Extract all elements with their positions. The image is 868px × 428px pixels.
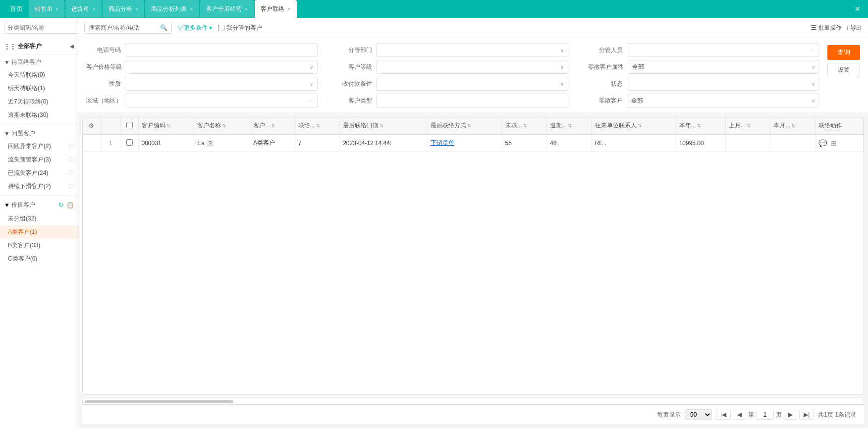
batch-op-btn[interactable]: ☰ 批量操作 bbox=[811, 24, 842, 32]
export-btn[interactable]: ↓ 导出 bbox=[846, 24, 862, 32]
window-close-button[interactable]: × bbox=[851, 4, 864, 14]
query-button[interactable]: 查询 bbox=[827, 45, 860, 60]
close-icon[interactable]: × bbox=[190, 6, 193, 12]
nav-tab-purchase[interactable]: 进货单 × bbox=[65, 0, 101, 18]
row-no-contact-value: 55 bbox=[505, 140, 512, 147]
unclassified-label: 未分组(32) bbox=[8, 214, 36, 223]
export-label: 导出 bbox=[850, 24, 862, 32]
retail-input[interactable]: 全部 ∨ bbox=[627, 94, 819, 107]
page-input[interactable] bbox=[756, 410, 774, 420]
nav-tab-customer-contact[interactable]: 客户联络 × bbox=[255, 0, 296, 18]
sidebar-item-class-c[interactable]: C类客户(6) bbox=[0, 252, 78, 266]
nav-tab-sales[interactable]: 销售单 × bbox=[29, 0, 64, 18]
nav-tab-analysis-list[interactable]: 商品分析列表 × bbox=[145, 0, 199, 18]
payment-input[interactable]: ∨ bbox=[376, 77, 569, 91]
sidebar-item-churn-warning[interactable]: 流失预警客户(3) ⓘ bbox=[0, 153, 78, 166]
dept-input[interactable]: ∨ bbox=[376, 43, 569, 57]
th-no-contact-label: 未联... bbox=[505, 121, 522, 130]
row-checkbox[interactable] bbox=[126, 139, 133, 146]
sidebar-search-input[interactable] bbox=[4, 22, 78, 34]
status-input[interactable]: ∨ bbox=[627, 77, 819, 91]
qr-icon[interactable]: ⊞ bbox=[831, 139, 837, 147]
region-input[interactable]: ··· bbox=[126, 94, 318, 107]
class-a-label: A类客户(1) bbox=[8, 228, 37, 236]
info-icon: ⓘ bbox=[68, 143, 74, 150]
sidebar-divider-1 bbox=[0, 124, 78, 124]
close-icon[interactable]: × bbox=[245, 6, 248, 12]
th-last-date: 最后联络日期 ⇅ bbox=[340, 117, 427, 134]
sort-icon-contact: ⇅ bbox=[316, 123, 320, 128]
nav-tab-analysis[interactable]: 商品分析 × bbox=[103, 0, 144, 18]
nav-tab-customer-tier[interactable]: 客户分层经营 × bbox=[200, 0, 254, 18]
nav-home[interactable]: 首页 bbox=[4, 4, 29, 13]
triangle-icon: ▼ bbox=[4, 59, 10, 66]
last-page-btn[interactable]: ▶| bbox=[799, 410, 814, 420]
horizontal-scrollbar[interactable] bbox=[85, 400, 233, 403]
filter-more-btn[interactable]: ▽ 更多条件 ▾ bbox=[178, 24, 212, 32]
phone-input[interactable] bbox=[125, 43, 318, 57]
th-code-label: 客户编码 bbox=[142, 121, 165, 130]
th-this-year: 本年... ⇅ bbox=[676, 117, 725, 134]
class-c-label: C类客户(6) bbox=[8, 255, 37, 263]
search-icon[interactable]: 🔍 bbox=[160, 24, 167, 31]
close-icon[interactable]: × bbox=[92, 6, 95, 12]
close-icon[interactable]: × bbox=[55, 6, 58, 12]
my-customers-label: 我分管的客户 bbox=[226, 24, 262, 32]
sidebar-search-area: 🔍 bbox=[0, 18, 78, 38]
sidebar-divider-2 bbox=[0, 195, 78, 196]
row-index-value: 1 bbox=[109, 140, 112, 147]
th-unit-contact-label: 往来单位联系人 bbox=[595, 121, 637, 130]
prev-page-btn[interactable]: ◀ bbox=[733, 410, 746, 420]
person-input[interactable]: ··· bbox=[627, 43, 819, 57]
collapse-icon[interactable]: ◀ bbox=[70, 44, 74, 49]
row-last-method-value[interactable]: 下销货单 bbox=[431, 139, 454, 146]
row-this-year-value: 10995.00 bbox=[679, 140, 704, 147]
search-input[interactable] bbox=[89, 24, 158, 31]
refresh-icon[interactable]: ↻ bbox=[58, 202, 63, 209]
sidebar-item-tomorrow-label: 明天待联络(1) bbox=[8, 84, 45, 93]
sidebar-item-churned[interactable]: 已流失客户(24) ⓘ bbox=[0, 166, 78, 180]
row-index: 1 bbox=[101, 134, 120, 152]
chat-icon[interactable]: 💬 bbox=[818, 139, 827, 147]
dots-icon-person[interactable]: ··· bbox=[810, 47, 815, 54]
select-all-checkbox[interactable] bbox=[126, 122, 133, 128]
filter-more-label: 更多条件 bbox=[184, 24, 208, 32]
sidebar-item-tomorrow-pending[interactable]: 明天待联络(1) bbox=[0, 82, 78, 95]
grid-icon: ⋮⋮ bbox=[4, 43, 16, 50]
sidebar-item-7day-pending[interactable]: 近7天待联络(0) bbox=[0, 95, 78, 108]
dots-icon-region[interactable]: ··· bbox=[308, 97, 313, 104]
sidebar-item-class-b[interactable]: B类客户(33) bbox=[0, 239, 78, 252]
filter-action-buttons: 查询 设置 bbox=[827, 43, 860, 77]
my-customers-checkbox[interactable] bbox=[218, 25, 224, 31]
gear-icon[interactable]: ⚙ bbox=[89, 122, 94, 129]
close-icon[interactable]: × bbox=[287, 6, 290, 12]
sidebar-item-unclassified[interactable]: 未分组(32) bbox=[0, 212, 78, 225]
sidebar-item-declining[interactable]: 持续下滑客户(2) ⓘ bbox=[0, 180, 78, 193]
sidebar-item-repurchase-abnormal[interactable]: 回购异常客户(2) ⓘ bbox=[0, 140, 78, 153]
next-page-btn[interactable]: ▶ bbox=[784, 410, 797, 420]
nature-input[interactable]: ∨ bbox=[125, 77, 318, 91]
sidebar-item-overdue-pending[interactable]: 逾期未联络(30) bbox=[0, 108, 78, 122]
customer-tier-label: 客户等级 bbox=[337, 63, 372, 71]
row-name: Ea ? bbox=[194, 134, 250, 152]
top-nav: 首页 销售单 × 进货单 × 商品分析 × 商品分析列表 × 客户分层经营 × … bbox=[0, 0, 868, 18]
retail-attr-input[interactable]: 全部 ∨ bbox=[628, 60, 819, 74]
retail-label: 零散客户 bbox=[588, 97, 623, 105]
sidebar-item-today-pending[interactable]: 今天待联络(0) bbox=[0, 68, 78, 82]
close-icon[interactable]: × bbox=[135, 6, 138, 12]
price-tier-input[interactable]: ∨ bbox=[126, 60, 318, 74]
customer-type-input[interactable] bbox=[376, 94, 569, 107]
add-group-icon[interactable]: 📋 bbox=[66, 202, 74, 209]
th-code: 客户编码 ⇅ bbox=[138, 117, 194, 134]
main-layout: 🔍 ⋮⋮ 全部客户 ◀ ▼ 待联络客户 今天待联络(0) 明天待联络(1) 近7… bbox=[0, 18, 868, 428]
first-page-btn[interactable]: |◀ bbox=[716, 410, 731, 420]
region-label: 区域（地区） bbox=[86, 97, 122, 105]
per-page-select[interactable]: 50 100 200 bbox=[685, 409, 712, 420]
customer-tier-input[interactable]: ∨ bbox=[376, 60, 569, 74]
sort-icon-lastmonth: ⇅ bbox=[747, 123, 751, 128]
advanced-filter-section: 电话号码 分管部门 ∨ bbox=[78, 38, 868, 113]
sidebar-item-class-a[interactable]: A类客户(1) bbox=[0, 225, 78, 239]
settings-button[interactable]: 设置 bbox=[827, 63, 860, 77]
filter-field-customer-type: 客户类型 bbox=[337, 94, 569, 107]
sidebar-all-customers[interactable]: ⋮⋮ 全部客户 ◀ bbox=[0, 38, 78, 55]
